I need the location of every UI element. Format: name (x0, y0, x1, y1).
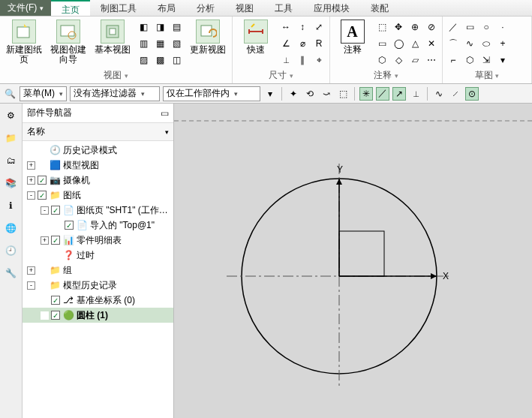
circle-icon[interactable]: ○ (479, 20, 494, 35)
small-tool-icon[interactable]: ▤ (170, 20, 185, 35)
history-icon[interactable]: 🕘 (4, 243, 19, 258)
checkbox[interactable]: ✓ (51, 296, 60, 305)
checkbox[interactable]: ✓ (38, 176, 47, 185)
new-sheet-button[interactable]: 新建图纸页 (3, 18, 44, 66)
tab-layout[interactable]: 布局 (147, 0, 186, 16)
dim-icon[interactable]: ⤢ (311, 20, 326, 35)
tab-home[interactable]: 主页 (51, 0, 90, 16)
point-icon[interactable]: · (495, 20, 510, 35)
more-icon[interactable]: ▾ (495, 53, 510, 68)
polygon-icon[interactable]: ⬡ (462, 53, 477, 68)
small-tool-icon[interactable]: ▧ (170, 36, 185, 51)
spline-icon[interactable]: ∿ (462, 36, 477, 51)
small-tool-icon[interactable]: ▥ (137, 36, 152, 51)
small-tool-icon[interactable]: ▩ (153, 53, 168, 68)
annot-icon[interactable]: ⋯ (424, 53, 439, 68)
small-tool-icon[interactable]: ▦ (153, 36, 168, 51)
tree-node[interactable]: -✓📄图纸页 "SHT1" (工作… (23, 203, 173, 218)
expand-icon[interactable] (41, 296, 49, 305)
snap-center-icon[interactable]: ⊙ (465, 87, 479, 101)
dim-icon[interactable]: ↕ (295, 20, 310, 35)
tab-application[interactable]: 应用模块 (303, 0, 360, 16)
col-menu-icon[interactable]: ▾ (165, 128, 169, 136)
view-wizard-button[interactable]: 视图创建向导 (47, 18, 89, 66)
tool-icon[interactable]: ✦ (287, 87, 300, 101)
snap-tangent-icon[interactable]: ⟋ (449, 87, 462, 101)
checkbox[interactable]: ✓ (51, 236, 60, 245)
tree-node[interactable]: ✓📄导入的 "Top@1" (23, 218, 173, 233)
annot-icon[interactable]: ⊕ (407, 20, 422, 35)
dim-icon[interactable]: R (311, 36, 326, 51)
tool-icon[interactable]: ⤻ (320, 87, 333, 101)
small-tool-icon[interactable]: ◧ (137, 20, 152, 35)
tab-tools[interactable]: 工具 (264, 0, 303, 16)
col-name[interactable]: 名称 (27, 125, 45, 138)
tree-node[interactable]: +📁组 (23, 263, 173, 278)
rect-icon[interactable]: ▭ (462, 20, 477, 35)
expand-icon[interactable]: + (27, 176, 35, 185)
annot-icon[interactable]: ⬡ (374, 53, 389, 68)
expand-icon[interactable] (41, 251, 49, 260)
expand-icon[interactable]: - (27, 191, 35, 200)
scope-combo[interactable]: 仅在工作部件内▾ (163, 86, 260, 101)
scope-toggle-icon[interactable]: ▾ (263, 87, 277, 101)
tree-node[interactable]: ✓⎇基准坐标系 (0) (23, 293, 173, 308)
expand-icon[interactable] (54, 221, 62, 230)
snap-curve-icon[interactable]: ∿ (432, 87, 446, 101)
tab-analysis[interactable]: 分析 (186, 0, 225, 16)
update-view-button[interactable]: 更新视图 (188, 18, 229, 56)
assembly-nav-icon[interactable]: 🗂 (4, 153, 19, 168)
reuse-lib-icon[interactable]: 📚 (4, 176, 19, 191)
web-icon[interactable]: 🌐 (4, 221, 19, 236)
small-tool-icon[interactable]: ◫ (170, 53, 185, 68)
small-tool-icon[interactable]: ▨ (137, 53, 152, 68)
checkbox[interactable]: ✓ (51, 206, 60, 215)
checkbox[interactable]: ✓ (65, 221, 74, 230)
ellipse-icon[interactable]: ⬭ (479, 36, 494, 51)
base-view-button[interactable]: 基本视图 (92, 18, 134, 56)
expand-icon[interactable]: + (27, 161, 35, 170)
expand-icon[interactable]: + (41, 236, 49, 245)
process-icon[interactable]: 🔧 (4, 266, 19, 281)
annot-icon[interactable]: ⬚ (374, 20, 389, 35)
tab-assembly[interactable]: 装配 (360, 0, 399, 16)
tree-node[interactable]: +✓📷摄像机 (23, 173, 173, 188)
dim-icon[interactable]: ⌖ (311, 53, 326, 68)
nav-pin-icon[interactable]: ▭ (161, 108, 169, 119)
checkbox[interactable]: ✓ (38, 191, 47, 200)
annot-icon[interactable]: ▭ (374, 36, 389, 51)
expand-icon[interactable]: + (27, 266, 35, 275)
snap-icon[interactable]: ↗ (392, 87, 406, 101)
annot-icon[interactable]: ◇ (391, 53, 406, 68)
annot-icon[interactable]: ▱ (407, 53, 422, 68)
tree-node[interactable]: -📁模型历史记录 (23, 278, 173, 293)
plus-icon[interactable]: + (495, 36, 510, 51)
arc-icon[interactable]: ⌒ (446, 36, 461, 51)
rapid-dim-button[interactable]: 快速 (236, 18, 275, 56)
snap-icon[interactable]: ✳ (359, 87, 373, 101)
tree-node[interactable]: 🕘历史记录模式 (23, 143, 173, 158)
snap-icon[interactable]: ⟂ (409, 87, 422, 101)
menu-combo[interactable]: 菜单(M)▾ (20, 86, 67, 101)
tab-drafting-tools[interactable]: 制图工具 (90, 0, 147, 16)
dim-icon[interactable]: ⟂ (278, 53, 293, 68)
annot-icon[interactable]: ⊘ (424, 20, 439, 35)
annot-icon[interactable]: ◯ (391, 36, 406, 51)
tab-view[interactable]: 视图 (225, 0, 264, 16)
dim-icon[interactable]: ↔ (278, 20, 293, 35)
small-tool-icon[interactable]: ◨ (153, 20, 168, 35)
offset-icon[interactable]: ⇲ (479, 53, 494, 68)
dim-icon[interactable]: ∥ (295, 53, 310, 68)
expand-icon[interactable] (27, 146, 35, 155)
expand-icon[interactable] (41, 311, 49, 320)
annot-icon[interactable]: △ (407, 36, 422, 51)
tool-icon[interactable]: ⟲ (303, 87, 317, 101)
tool-icon[interactable]: ⬚ (336, 87, 350, 101)
gear-icon[interactable]: ⚙ (4, 108, 19, 123)
filter-combo[interactable]: 没有选择过滤器▾ (70, 86, 160, 101)
tree-node[interactable]: +✓📊零件明细表 (23, 233, 173, 248)
info-icon[interactable]: ℹ (4, 198, 19, 213)
tree-node[interactable]: +🟦模型视图 (23, 158, 173, 173)
menu-finder-icon[interactable]: 🔍 (3, 87, 17, 101)
tree-node[interactable]: -✓📁图纸 (23, 188, 173, 203)
